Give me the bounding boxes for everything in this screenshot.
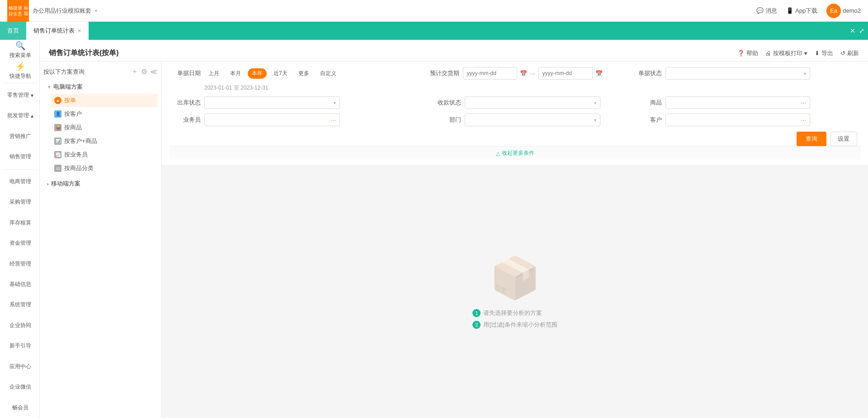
- filter-col-department: 部门 ▾: [400, 114, 630, 126]
- scheme-icon-salesperson: 📈: [54, 151, 61, 158]
- customer-select[interactable]: ···: [665, 114, 810, 126]
- date-label: 单据日期: [169, 69, 201, 77]
- main-layout: 🔍 搜索菜单 ⚡ 快捷导航 零售管理 ▾ 批发管理 ▴ 营销推广 销售管理 电商…: [0, 40, 868, 418]
- date-btn-last-month[interactable]: 上月: [204, 68, 223, 79]
- phone-icon: 📱: [786, 7, 793, 14]
- filter-row-2: 出库状态 ▾ 收款状态 ▾: [169, 96, 861, 109]
- sidebar-item-member[interactable]: 畅会员: [0, 397, 39, 418]
- empty-hint-1: 1 请先选择要分析的方案: [472, 309, 557, 317]
- expected-date-end[interactable]: [538, 67, 593, 80]
- goods-more-icon[interactable]: ···: [801, 99, 806, 106]
- message-button[interactable]: 💬 消息: [756, 7, 777, 15]
- status-label: 单据状态: [630, 69, 662, 77]
- date-range-display: 2023-01-01 至 2023-12-31: [169, 84, 861, 92]
- expected-date-start[interactable]: [463, 67, 517, 80]
- calendar-icon-1[interactable]: 📅: [520, 70, 527, 77]
- collapse-bar[interactable]: △ 收起更多条件: [169, 146, 861, 160]
- sidebar-item-inventory[interactable]: 库存核算: [0, 212, 39, 233]
- left-panel: 按以下方案查询 ＋ ⚙ ≪ ▼ 电脑端方案 ●: [40, 62, 162, 418]
- scheme-item-by-salesperson[interactable]: 📈 按业务员: [51, 148, 158, 162]
- filter-col-shipment: 出库状态 ▾: [169, 96, 400, 109]
- shipment-select[interactable]: ▾: [204, 96, 340, 109]
- sidebar-item-enterprise[interactable]: 企业协同: [0, 315, 39, 336]
- department-select[interactable]: ▾: [465, 114, 600, 126]
- sidebar-item-marketing[interactable]: 营销推广: [0, 126, 39, 147]
- scheme-item-by-customer[interactable]: 👤 按客户: [51, 107, 158, 121]
- filter-col-salesperson: 业务员 ···: [169, 114, 400, 126]
- expected-date-inputs: 📅 — 📅: [463, 67, 603, 80]
- sidebar: 🔍 搜索菜单 ⚡ 快捷导航 零售管理 ▾ 批发管理 ▴ 营销推广 销售管理 电商…: [0, 40, 40, 418]
- tab-sales-stats[interactable]: 销售订单统计表 ✕: [26, 22, 89, 40]
- sidebar-item-system[interactable]: 系统管理: [0, 294, 39, 315]
- sidebar-item-retail[interactable]: 零售管理 ▾: [0, 85, 39, 105]
- scheme-item-by-product[interactable]: 📦 按商品: [51, 121, 158, 134]
- chevron-up-icon: ▴: [31, 113, 33, 119]
- filter-buttons: 查询 设置: [169, 132, 861, 146]
- app-download-button[interactable]: 📱 App下载: [786, 7, 817, 15]
- scheme-active-dot: ●: [54, 97, 61, 104]
- tab-close-icon[interactable]: ✕: [77, 28, 81, 34]
- scheme-item-by-customer-product[interactable]: 📊 按客户+商品: [51, 134, 158, 148]
- payment-select[interactable]: ▾: [465, 96, 600, 109]
- empty-state: 📦 1 请先选择要分析的方案 2 用[过滤]条件来缩小分析范围: [162, 165, 868, 418]
- sidebar-item-search[interactable]: 🔍 搜索菜单: [0, 40, 39, 60]
- calendar-icon-2[interactable]: 📅: [595, 70, 603, 77]
- date-btn-custom[interactable]: 自定义: [316, 68, 340, 79]
- tab-close-window-icon[interactable]: ✕: [850, 27, 855, 34]
- sidebar-item-sales[interactable]: 销售管理: [0, 147, 39, 167]
- filter-col-goods: 商品 ···: [630, 96, 861, 109]
- scheme-group-mobile-header[interactable]: ▸ 移动端方案: [43, 177, 158, 190]
- empty-hints: 1 请先选择要分析的方案 2 用[过滤]条件来缩小分析范围: [472, 309, 557, 329]
- refresh-button[interactable]: ↺ 刷新: [840, 49, 859, 57]
- customer-more-icon[interactable]: ···: [801, 116, 806, 124]
- scheme-item-by-category[interactable]: 🗂 按商品分类: [51, 162, 158, 175]
- scheme-icon-category: 🗂: [54, 165, 61, 172]
- collapse-panel-button[interactable]: ≪: [150, 67, 158, 76]
- left-panel-actions: ＋ ⚙ ≪: [131, 67, 158, 76]
- sidebar-item-basic[interactable]: 基础信息: [0, 274, 39, 294]
- sidebar-item-appcenter[interactable]: 应用中心: [0, 356, 39, 377]
- add-scheme-button[interactable]: ＋: [131, 67, 138, 76]
- goods-select[interactable]: ···: [665, 96, 810, 109]
- sidebar-item-newbie[interactable]: 新手引导: [0, 336, 39, 356]
- top-bar-left: 畅捷通好生意 标版 办公用品行业模拟账套 ▾: [7, 0, 97, 22]
- scheme-item-by-order[interactable]: ● 按单: [51, 94, 158, 107]
- sidebar-item-ecommerce[interactable]: 电商管理: [0, 171, 39, 191]
- sidebar-item-shortcut[interactable]: ⚡ 快捷导航: [0, 60, 39, 81]
- sidebar-item-wholesale[interactable]: 批发管理 ▴: [0, 105, 39, 126]
- date-btn-this-month[interactable]: 本月: [226, 68, 245, 79]
- sidebar-item-operations[interactable]: 经营管理: [0, 253, 39, 274]
- export-icon: ⬇: [815, 50, 820, 57]
- company-selector[interactable]: 办公用品行业模拟账套 ▾: [33, 7, 97, 15]
- tab-bar-actions: ✕ ⤢: [850, 27, 868, 34]
- date-btn-more[interactable]: 更多: [294, 68, 313, 79]
- top-bar-right: 💬 消息 📱 App下载 Ea demo2: [756, 4, 861, 18]
- filter-col-payment: 收款状态 ▾: [400, 96, 630, 109]
- sidebar-item-purchase[interactable]: 采购管理: [0, 192, 39, 212]
- help-button[interactable]: ❓ 帮助: [737, 49, 758, 57]
- salesperson-select[interactable]: ···: [204, 114, 340, 126]
- user-avatar: Ea: [826, 4, 841, 18]
- settings-scheme-button[interactable]: ⚙: [141, 67, 147, 76]
- settings-button[interactable]: 设置: [830, 132, 857, 146]
- page-header: 销售订单统计表(按单) ❓ 帮助 🖨 按模板打印 ▾ ⬇ 导出 ↺ 刷新: [40, 40, 868, 62]
- sidebar-item-finance[interactable]: 资金管理: [0, 233, 39, 253]
- salesperson-more-icon[interactable]: ···: [330, 116, 336, 124]
- empty-hint-2: 2 用[过滤]条件来缩小分析范围: [472, 321, 557, 329]
- user-profile[interactable]: Ea demo2: [826, 4, 861, 18]
- status-select[interactable]: ▾: [665, 67, 810, 80]
- customer-label: 客户: [630, 116, 662, 124]
- group-collapsed-icon: ▸: [47, 181, 49, 186]
- tab-maximize-icon[interactable]: ⤢: [859, 27, 864, 34]
- scheme-group-pc-header[interactable]: ▼ 电脑端方案: [43, 80, 158, 94]
- group-expand-icon: ▼: [47, 85, 52, 90]
- sidebar-item-wechat[interactable]: 企业微信: [0, 377, 39, 397]
- query-button[interactable]: 查询: [797, 132, 826, 146]
- tab-home[interactable]: 首页: [0, 22, 26, 40]
- print-button[interactable]: 🖨 按模板打印 ▾: [765, 49, 807, 57]
- export-button[interactable]: ⬇ 导出: [815, 49, 833, 57]
- scheme-icon-customer: 👤: [54, 110, 61, 118]
- date-btn-7days[interactable]: 近7天: [269, 68, 292, 79]
- date-btn-this-year[interactable]: 本年: [248, 68, 267, 79]
- page-actions: ❓ 帮助 🖨 按模板打印 ▾ ⬇ 导出 ↺ 刷新: [737, 49, 859, 57]
